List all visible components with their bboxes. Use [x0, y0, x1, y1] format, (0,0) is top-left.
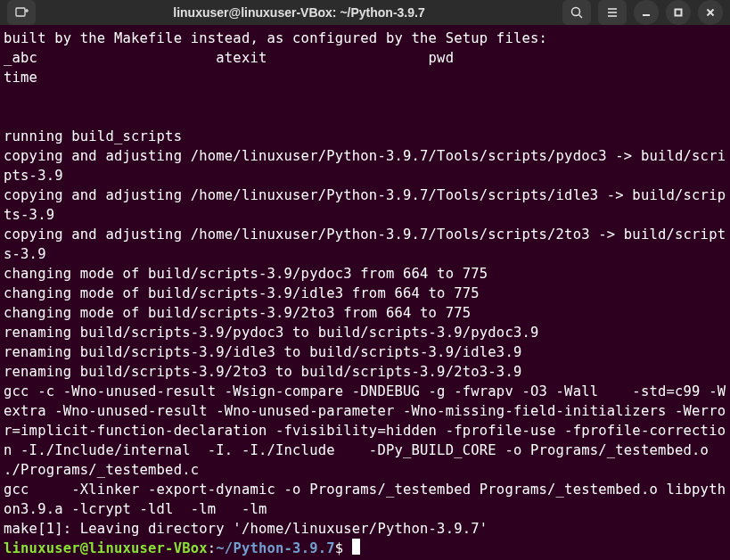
output-line: _abc atexit pwd: [4, 50, 454, 66]
maximize-button[interactable]: [666, 0, 691, 25]
output-line: gcc -Xlinker -export-dynamic -o Programs…: [4, 482, 726, 517]
output-line: renaming build/scripts-3.9/2to3 to build…: [4, 364, 521, 380]
output-line: running build_scripts: [4, 128, 182, 144]
svg-rect-0: [16, 8, 25, 16]
window-title: linuxuser@linuxuser-VBox: ~/Python-3.9.7: [43, 5, 555, 20]
hamburger-icon: [605, 5, 619, 20]
new-tab-button[interactable]: [7, 0, 36, 25]
output-line: make[1]: Leaving directory '/home/linuxu…: [4, 521, 488, 537]
close-button[interactable]: [698, 0, 723, 25]
output-line: changing mode of build/scripts-3.9/idle3…: [4, 285, 480, 301]
search-button[interactable]: [562, 0, 591, 25]
prompt-path: ~/Python-3.9.7: [216, 540, 334, 556]
output-line: renaming build/scripts-3.9/pydoc3 to bui…: [4, 325, 539, 341]
minimize-button[interactable]: [634, 0, 659, 25]
output-line: copying and adjusting /home/linuxuser/Py…: [4, 148, 726, 184]
prompt-user-host: linuxuser@linuxuser-VBox: [4, 540, 208, 556]
prompt-line: linuxuser@linuxuser-VBox:~/Python-3.9.7$: [4, 540, 360, 556]
svg-rect-9: [676, 10, 682, 16]
output-line: changing mode of build/scripts-3.9/pydoc…: [4, 266, 488, 282]
prompt-symbol: $: [335, 540, 344, 556]
menu-button[interactable]: [598, 0, 627, 25]
search-icon: [570, 5, 584, 20]
output-line: copying and adjusting /home/linuxuser/Py…: [4, 187, 726, 223]
titlebar-left: [7, 0, 36, 25]
titlebar: linuxuser@linuxuser-VBox: ~/Python-3.9.7: [0, 0, 730, 25]
terminal-output[interactable]: built by the Makefile instead, as config…: [0, 25, 730, 560]
close-icon: [705, 7, 716, 18]
minimize-icon: [641, 7, 652, 18]
svg-line-4: [579, 15, 583, 19]
output-line: copying and adjusting /home/linuxuser/Py…: [4, 226, 726, 262]
cursor: [352, 539, 360, 555]
maximize-icon: [673, 7, 684, 18]
prompt-colon: :: [208, 540, 217, 556]
output-line: time: [4, 70, 37, 86]
svg-point-3: [572, 8, 580, 16]
output-line: renaming build/scripts-3.9/idle3 to buil…: [4, 344, 521, 360]
output-line: changing mode of build/scripts-3.9/2to3 …: [4, 305, 471, 321]
output-line: gcc -c -Wno-unused-result -Wsign-compare…: [4, 383, 726, 478]
output-line: built by the Makefile instead, as config…: [4, 30, 547, 46]
titlebar-right: [562, 0, 723, 25]
new-tab-icon: [14, 5, 29, 20]
